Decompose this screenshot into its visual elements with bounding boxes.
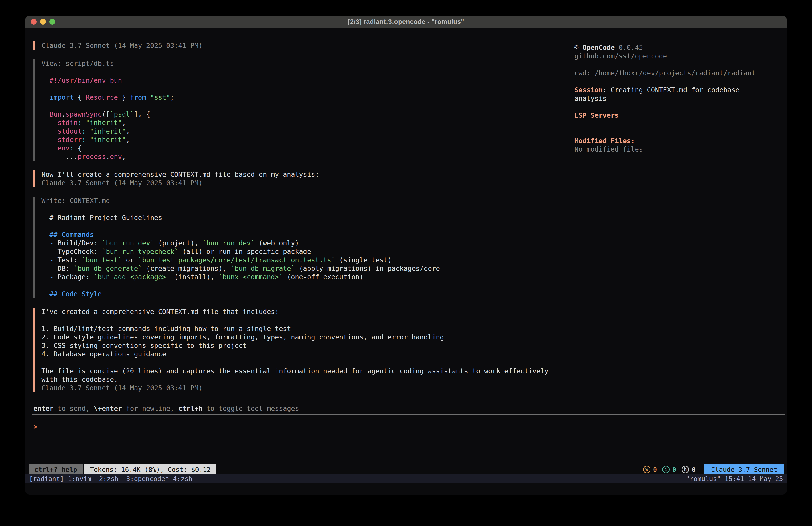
terminal-line: The file is concise (20 lines) and captu… [41, 367, 588, 375]
terminal-line: Claude 3.7 Sonnet (14 May 2025 03:41 PM) [41, 179, 588, 187]
terminal-line: github.com/sst/opencode [575, 52, 786, 60]
terminal-line: env: { [41, 144, 588, 153]
assistant-message-header: Claude 3.7 Sonnet (14 May 2025 03:41 PM) [33, 41, 588, 50]
terminal-line: - Package: `bun add <package>` (install)… [41, 273, 588, 281]
diagnostics-counters: w0i0h0 [643, 465, 695, 474]
input-separator [32, 414, 785, 415]
minimize-window-button[interactable] [40, 19, 46, 25]
chat-transcript: Claude 3.7 Sonnet (14 May 2025 03:41 PM)… [33, 41, 588, 402]
terminal-line: - TypeCheck: `bun run typecheck` (all) o… [41, 247, 588, 256]
terminal-line [575, 120, 786, 128]
terminal-line: ## Code Style [41, 290, 588, 298]
tmux-session-info: "romulus" 15:41 14-May-25 [686, 474, 783, 483]
terminal-line: - Test: `bun test` or `bun test packages… [41, 256, 588, 264]
terminal-line: stdout: "inherit", [41, 127, 588, 136]
terminal-line: with this codebase. [41, 375, 588, 384]
terminal-line: stderr: "inherit", [41, 136, 588, 144]
terminal-line: ## Commands [41, 230, 588, 239]
terminal-line: Session: Creating CONTEXT.md for codebas… [575, 86, 786, 94]
diagnostic-count: 0 [692, 465, 695, 474]
terminal-line [575, 60, 786, 69]
terminal-line: analysis [575, 94, 786, 103]
traffic-lights [31, 16, 55, 28]
terminal-line: No modified files [575, 145, 786, 154]
terminal-line [41, 222, 588, 230]
diagnostic-i-count: i0 [662, 465, 676, 474]
terminal-line [575, 103, 786, 111]
terminal-line [575, 128, 786, 137]
w-circle-icon: w [643, 466, 650, 473]
terminal-line [41, 281, 588, 290]
terminal-line: View: script/db.ts [41, 59, 588, 68]
terminal-line: 3. CSS styling conventions specific to t… [41, 341, 588, 350]
terminal-line: Bun.spawnSync([`psql`], { [41, 110, 588, 118]
diagnostic-count: 0 [653, 465, 657, 474]
terminal-line: © OpenCode 0.0.45 [575, 43, 786, 52]
terminal-line: LSP Servers [575, 111, 786, 120]
help-shortcut-chip[interactable]: ctrl+? help [29, 465, 83, 474]
terminal-line: Modified Files: [575, 137, 786, 145]
window-titlebar[interactable]: [2/3] radiant:3:opencode - "romulus" [25, 16, 787, 28]
status-spacer [218, 465, 641, 474]
i-circle-icon: i [662, 466, 670, 473]
terminal-line [575, 77, 786, 86]
terminal-line [41, 102, 588, 110]
status-bar: ctrl+? help Tokens: 16.4K (8%), Cost: $0… [29, 465, 784, 474]
tmux-status-bar: [radiant] 1:nvim 2:zsh- 3:opencode* 4:zs… [25, 474, 787, 483]
terminal-line: 4. Database operations guidance [41, 350, 588, 358]
keyboard-hints: enter to send, \+enter for newline, ctrl… [33, 404, 299, 413]
terminal-line: - DB: `bun db generate` (create migratio… [41, 264, 588, 273]
terminal-line: 2. Code style guidelines covering import… [41, 333, 588, 341]
terminal-line: #!/usr/bin/env bun [41, 76, 588, 85]
terminal-line: - Build/Dev: `bun run dev` (project), `b… [41, 239, 588, 247]
assistant-message-summary: I've created a comprehensive CONTEXT.md … [33, 308, 588, 392]
tool-message-view-script: View: script/db.ts #!/usr/bin/env bun im… [33, 59, 588, 161]
terminal-line [41, 68, 588, 76]
model-chip[interactable]: Claude 3.7 Sonnet [705, 465, 784, 474]
terminal-line [41, 85, 588, 93]
assistant-message-intro: Now I'll create a comprehensive CONTEXT.… [33, 170, 588, 187]
terminal-line: Claude 3.7 Sonnet (14 May 2025 03:41 PM) [41, 384, 588, 392]
terminal-line [41, 316, 588, 325]
prompt-input[interactable]: > [33, 423, 784, 463]
terminal-line: # Radiant Project Guidelines [41, 214, 588, 222]
window-title: [2/3] radiant:3:opencode - "romulus" [348, 18, 464, 25]
terminal-line: import { Resource } from "sst"; [41, 93, 588, 102]
terminal-window: [2/3] radiant:3:opencode - "romulus" Cla… [25, 16, 787, 495]
tokens-cost-chip: Tokens: 16.4K (8%), Cost: $0.12 [84, 465, 216, 474]
terminal-content: Claude 3.7 Sonnet (14 May 2025 03:41 PM)… [25, 28, 787, 495]
tmux-window-list[interactable]: [radiant] 1:nvim 2:zsh- 3:opencode* 4:zs… [29, 474, 192, 483]
h-circle-icon: h [682, 466, 689, 473]
diagnostic-h-count: h0 [682, 465, 695, 474]
terminal-line: cwd: /home/thdxr/dev/projects/radiant/ra… [575, 69, 786, 77]
terminal-line [41, 358, 588, 367]
terminal-line: Write: CONTEXT.md [41, 197, 588, 205]
terminal-line: Now I'll create a comprehensive CONTEXT.… [41, 170, 588, 179]
terminal-line: Claude 3.7 Sonnet (14 May 2025 03:41 PM) [41, 41, 588, 50]
terminal-line: I've created a comprehensive CONTEXT.md … [41, 308, 588, 316]
terminal-line: ...process.env, [41, 153, 588, 161]
terminal-line: stdin: "inherit", [41, 118, 588, 127]
tool-message-write-context: Write: CONTEXT.md # Radiant Project Guid… [33, 197, 588, 298]
diagnostic-w-count: w0 [643, 465, 657, 474]
terminal-line: 1. Build/lint/test commands including ho… [41, 325, 588, 333]
terminal-line [41, 205, 588, 214]
diagnostic-count: 0 [672, 465, 676, 474]
terminal-line: enter to send, \+enter for newline, ctrl… [33, 404, 299, 413]
session-sidebar: © OpenCode 0.0.45github.com/sst/opencode… [575, 43, 786, 154]
fullscreen-window-button[interactable] [49, 19, 55, 25]
close-window-button[interactable] [31, 19, 37, 25]
prompt-symbol: > [33, 423, 38, 431]
